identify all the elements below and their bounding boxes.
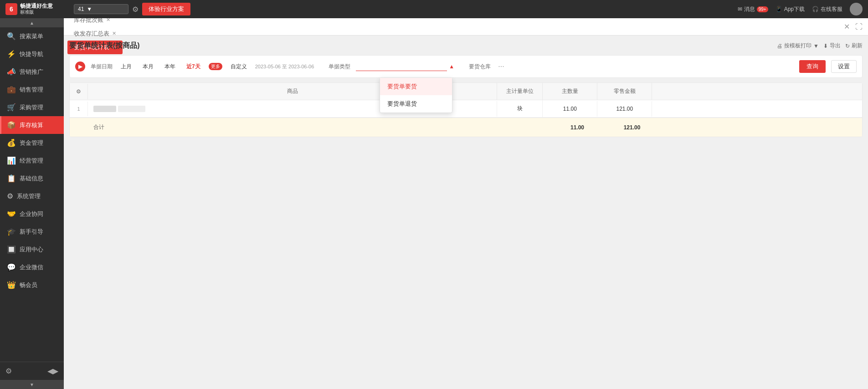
headset-icon: 🎧 [812, 6, 819, 12]
phone-icon: 📱 [776, 6, 782, 12]
sidebar-item-finance[interactable]: 💰资金管理 [0, 134, 64, 152]
main-layout: ▲ 🔍搜索菜单⚡快捷导航📣营销推广💼销售管理🛒采购管理📦库存核算💰资金管理📊经营… [0, 18, 868, 389]
date-btn-this-month[interactable]: 本月 [140, 62, 156, 72]
table-body: 1 块 11.00 121.00 [70, 100, 862, 118]
sidebar: ▲ 🔍搜索菜单⚡快捷导航📣营销推广💼销售管理🛒采购管理📦库存核算💰资金管理📊经营… [0, 18, 64, 389]
td-unit-0: 块 [497, 100, 543, 117]
sidebar-icon-system: ⚙ [7, 192, 13, 200]
sidebar-icon-quick-nav: ⚡ [7, 50, 16, 58]
print-icon: 🖨 [777, 43, 782, 49]
content-area: 首页库存批次账 ✕收发存汇总表 ✕要货单统计表 ✕ ✕ ⛶ 要货单统计表(按商品… [64, 18, 868, 389]
sidebar-label-purchase: 采购管理 [20, 103, 43, 112]
header-right: ✉ 消息 99+ 📱 App下载 🎧 在线客服 [738, 3, 863, 15]
header-gear-button[interactable]: ⚙ [132, 5, 139, 14]
sidebar-item-system[interactable]: ⚙系统管理 [0, 187, 64, 205]
online-service-label: 在线客服 [821, 5, 842, 13]
sidebar-scroll-up[interactable]: ▲ [0, 18, 64, 27]
app-download-label: App下载 [784, 5, 805, 13]
sidebar-icon-marketing: 📣 [7, 67, 16, 76]
sidebar-label-basic: 基础信息 [20, 174, 43, 183]
date-range-text: 2023-05-06 至 2023-06-06 [255, 63, 314, 70]
date-btn-last-month[interactable]: 上月 [118, 62, 134, 72]
filter-select-area: ▲ [356, 62, 454, 71]
sidebar-item-sales[interactable]: 💼销售管理 [0, 81, 64, 98]
print-dropdown-icon: ▼ [813, 43, 819, 49]
sidebar-icon-purchase: 🛒 [7, 103, 16, 112]
refresh-button[interactable]: ↻ 刷新 [845, 42, 863, 50]
user-avatar[interactable] [850, 3, 863, 15]
sidebar-item-purchase[interactable]: 🛒采购管理 [0, 98, 64, 116]
sidebar-bottom: ⚙ ◀▶ [0, 362, 64, 380]
sidebar-item-apps[interactable]: 🔲应用中心 [0, 241, 64, 258]
table-container: ⚙ 商品 主计量单位 主数量 零售金额 1 块 11.00 121.00 [69, 82, 863, 137]
sidebar-label-quick-nav: 快捷导航 [20, 50, 43, 58]
query-button[interactable]: 查询 [799, 60, 826, 73]
trial-button[interactable]: 体验行业方案 [142, 3, 190, 15]
filter-settings-button[interactable]: 设置 [831, 60, 857, 73]
tab-bar: 首页库存批次账 ✕收发存汇总表 ✕要货单统计表 ✕ ✕ ⛶ [64, 18, 868, 36]
warehouse-dots-button[interactable]: ··· [498, 62, 504, 71]
sidebar-items-container: 🔍搜索菜单⚡快捷导航📣营销推广💼销售管理🛒采购管理📦库存核算💰资金管理📊经营管理… [0, 27, 64, 294]
table-footer: 合计 11.00 121.00 [70, 118, 862, 137]
sidebar-icon-guide: 🎓 [7, 227, 16, 236]
th-unit: 主计量单位 [497, 83, 543, 100]
sidebar-scroll-down[interactable]: ▼ [0, 380, 64, 389]
table-header: ⚙ 商品 主计量单位 主数量 零售金额 [70, 83, 862, 100]
tab-close-inventory-batch[interactable]: ✕ [106, 18, 110, 23]
sidebar-label-inventory: 库存核算 [20, 121, 43, 129]
store-selector[interactable]: 41 ▼ [74, 4, 128, 14]
sidebar-icon-enterprise: 🤝 [7, 210, 16, 218]
footer-qty: 11.00 [550, 119, 605, 136]
sidebar-icon-basic: 📋 [7, 174, 16, 183]
sidebar-item-operation[interactable]: 📊经营管理 [0, 152, 64, 169]
sidebar-settings-icon[interactable]: ⚙ [5, 367, 12, 375]
th-settings[interactable]: ⚙ [70, 84, 88, 99]
sidebar-collapse-icon[interactable]: ◀▶ [47, 367, 58, 375]
sidebar-item-member[interactable]: 👑畅会员 [0, 276, 64, 294]
export-button[interactable]: ⬇ 导出 [823, 42, 841, 50]
date-btn-custom[interactable]: 自定义 [228, 62, 250, 72]
sidebar-item-basic[interactable]: 📋基础信息 [0, 169, 64, 187]
tab-inventory-batch[interactable]: 库存批次账 ✕ [67, 18, 123, 27]
sidebar-label-search: 搜索菜单 [20, 32, 43, 41]
message-item[interactable]: ✉ 消息 99+ [738, 5, 768, 13]
goods-bar-1-0 [93, 106, 116, 112]
sidebar-label-wechat: 企业微信 [20, 263, 43, 271]
close-tab-button[interactable]: ✕ [842, 20, 852, 33]
sidebar-icon-member: 👑 [7, 281, 16, 289]
maximize-tab-button[interactable]: ⛶ [853, 21, 864, 33]
top-header: 6 畅捷通好生意 标准版 41 ▼ ⚙ 体验行业方案 ✉ 消息 99+ 📱 Ap… [0, 0, 868, 18]
sidebar-item-inventory[interactable]: 📦库存核算 [0, 116, 64, 134]
th-rest [652, 87, 862, 96]
td-rest-0 [652, 104, 862, 113]
app-download-item[interactable]: 📱 App下载 [776, 5, 805, 13]
sidebar-item-search[interactable]: 🔍搜索菜单 [0, 27, 64, 45]
sidebar-icon-apps: 🔲 [7, 245, 16, 254]
sidebar-item-guide[interactable]: 🎓新手引导 [0, 223, 64, 241]
date-btn-this-year[interactable]: 本年 [162, 62, 178, 72]
type-filter-arrow-up[interactable]: ▲ [449, 63, 454, 70]
page-title: 要货单统计表(按商品) [69, 41, 140, 51]
sidebar-label-apps: 应用中心 [20, 246, 43, 254]
page-actions: 🖨 按模板打印 ▼ ⬇ 导出 ↻ 刷新 [777, 42, 863, 50]
header-middle: 41 ▼ ⚙ 体验行业方案 [74, 3, 733, 15]
app-sub: 标准版 [20, 9, 53, 15]
sidebar-item-wechat[interactable]: 💬企业微信 [0, 258, 64, 276]
warehouse-filter-label: 要货仓库 [469, 63, 491, 71]
td-qty-0: 11.00 [543, 101, 597, 117]
print-button[interactable]: 🖨 按模板打印 ▼ [777, 42, 819, 50]
sidebar-icon-inventory: 📦 [7, 121, 16, 129]
online-service-item[interactable]: 🎧 在线客服 [812, 5, 842, 13]
type-filter-input[interactable] [356, 62, 447, 71]
app-name: 畅捷通好生意 [20, 3, 53, 9]
filter-expand-button[interactable]: ▶ [75, 61, 85, 72]
sidebar-label-sales: 销售管理 [20, 86, 43, 94]
more-date-badge[interactable]: 更多 [209, 63, 222, 70]
sidebar-item-marketing[interactable]: 📣营销推广 [0, 63, 64, 81]
sidebar-item-enterprise[interactable]: 🤝企业协同 [0, 205, 64, 223]
dropdown-item-requisition-return[interactable]: 要货单退货 [380, 95, 452, 113]
dropdown-item-requisition-order[interactable]: 要货单要货 [380, 78, 452, 95]
sidebar-item-quick-nav[interactable]: ⚡快捷导航 [0, 45, 64, 63]
page-content: 要货单统计表(按商品) 🖨 按模板打印 ▼ ⬇ 导出 ↻ 刷新 [64, 36, 868, 389]
date-btn-7days[interactable]: 近7天 [184, 62, 203, 72]
